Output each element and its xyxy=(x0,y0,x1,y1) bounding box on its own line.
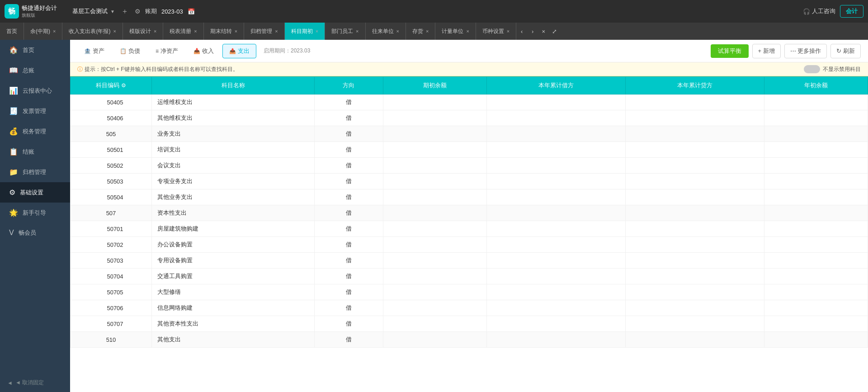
tab-archive_mgmt[interactable]: 归档管理× xyxy=(244,23,284,40)
sub-tab-net_asset[interactable]: ≡净资产 xyxy=(149,44,185,58)
sub-tab-income_tab[interactable]: 📥收入 xyxy=(187,44,221,58)
cell-direction-4: 借 xyxy=(315,158,383,174)
tab-subject_init[interactable]: 科目期初× xyxy=(285,23,325,40)
liability-tab-icon: 📋 xyxy=(120,48,127,54)
cell-opening_balance-4 xyxy=(383,158,486,174)
column-settings-icon[interactable]: ⚙ xyxy=(121,82,126,89)
th-name: 科目名称 xyxy=(152,77,315,94)
tab-close-template[interactable]: × xyxy=(154,28,156,34)
tab-dept_staff[interactable]: 部门员工× xyxy=(325,23,365,40)
table-row[interactable]: 50503专项业务支出借 xyxy=(71,174,868,189)
cell-year_opening-4 xyxy=(764,158,868,174)
table-row[interactable]: 50406其他维权支出借 xyxy=(71,110,868,126)
user-role-button[interactable]: 会计 xyxy=(840,5,863,18)
cell-direction-12: 借 xyxy=(315,284,383,300)
tab-tax[interactable]: 税表清册× xyxy=(163,23,203,40)
tab-close-all-button[interactable]: × xyxy=(538,23,549,40)
table-row[interactable]: 50501培训支出借 xyxy=(71,142,868,158)
table-row[interactable]: 50703专用设备购置借 xyxy=(71,253,868,269)
sidebar-item-archive[interactable]: 📁归档管理 xyxy=(0,162,70,182)
cell-ytd_debit-7 xyxy=(487,205,626,221)
table-row[interactable]: 507资本性支出借 xyxy=(71,205,868,221)
sub-tab-label-asset: 资产 xyxy=(93,47,104,55)
tab-next-button[interactable]: › xyxy=(527,23,538,40)
add-tab-button[interactable]: ＋ xyxy=(121,7,128,16)
cell-year_opening-7 xyxy=(764,205,868,221)
refresh-button[interactable]: ↻ 刷新 xyxy=(830,44,861,58)
table-row[interactable]: 50706信息网络购建借 xyxy=(71,300,868,316)
sidebar-item-home[interactable]: 🏠首页 xyxy=(0,40,70,60)
tab-close-contacts[interactable]: × xyxy=(396,28,399,34)
sidebar-item-tax[interactable]: 💰税务管理 xyxy=(0,121,70,142)
sidebar-item-checkout[interactable]: 📋结账 xyxy=(0,142,70,162)
cell-name-10: 专用设备购置 xyxy=(152,253,315,269)
tab-home[interactable]: 首页 xyxy=(0,23,24,40)
toggle-disabled-subjects[interactable] xyxy=(804,65,820,73)
tab-template[interactable]: 模版设计× xyxy=(123,23,163,40)
sidebar-item-vip[interactable]: V畅会员 xyxy=(0,223,70,243)
ledger-icon: 📖 xyxy=(9,66,18,75)
sidebar-item-ledger[interactable]: 📖总账 xyxy=(0,60,70,80)
table-row[interactable]: 50405运维维权支出借 xyxy=(71,94,868,110)
logo-text: 畅捷通好会计 旗舰版 xyxy=(22,4,57,19)
table-row[interactable]: 50707其他资本性支出借 xyxy=(71,316,868,332)
table-row[interactable]: 50705大型修缮借 xyxy=(71,284,868,300)
sub-tab-liability[interactable]: 📋负债 xyxy=(113,44,147,58)
tab-inventory[interactable]: 存货× xyxy=(406,23,435,40)
more-button[interactable]: ⋯ 更多操作 xyxy=(784,44,827,58)
company-selector[interactable]: 基层工会测试 ▼ xyxy=(72,7,115,15)
tab-close-currency[interactable]: × xyxy=(507,28,509,34)
support-button[interactable]: 🎧 人工咨询 xyxy=(803,7,835,15)
sidebar-item-guide[interactable]: 🌟新手引导 xyxy=(0,203,70,223)
tab-prev-button[interactable]: ‹ xyxy=(516,23,527,40)
tab-close-archive_mgmt[interactable]: × xyxy=(275,28,278,34)
sidebar-item-settings[interactable]: ⚙基础设置 xyxy=(0,182,70,203)
cell-direction-6: 借 xyxy=(315,189,383,205)
table-row[interactable]: 50704交通工具购置借 xyxy=(71,269,868,284)
balance-button[interactable]: 试算平衡 xyxy=(711,44,749,58)
table-row[interactable]: 50702办公设备购置借 xyxy=(71,237,868,253)
sidebar-collapse-button[interactable]: ◄ ◄ 取消固定 xyxy=(0,373,70,392)
cell-direction-7: 借 xyxy=(315,205,383,221)
settings-icon[interactable]: ⚙ xyxy=(135,8,141,15)
cell-ytd_debit-2 xyxy=(487,126,626,142)
cell-code-6: 50504 xyxy=(71,189,152,205)
cell-name-9: 办公设备购置 xyxy=(152,237,315,253)
table-row[interactable]: 510其他支出借 xyxy=(71,332,868,348)
tab-close-subject_init[interactable]: × xyxy=(316,28,318,34)
cell-ytd_debit-14 xyxy=(487,316,626,332)
table-row[interactable]: 50502会议支出借 xyxy=(71,158,868,174)
cell-year_opening-6 xyxy=(764,189,868,205)
tab-income[interactable]: 收入支出表(年报)× xyxy=(62,23,123,40)
table-row[interactable]: 50701房屋建筑物购建借 xyxy=(71,221,868,237)
table-row[interactable]: 505业务支出借 xyxy=(71,126,868,142)
tab-currency[interactable]: 币种设置× xyxy=(476,23,516,40)
th-ytd_debit: 本年累计借方 xyxy=(487,77,626,94)
add-button[interactable]: + 新增 xyxy=(752,44,781,58)
sub-tabs: 🏦资产📋负债≡净资产📥收入📤支出 xyxy=(77,44,256,58)
cell-ytd_credit-14 xyxy=(625,316,764,332)
sidebar-item-reports[interactable]: 📊云报表中心 xyxy=(0,80,70,101)
calendar-icon[interactable]: 📅 xyxy=(188,8,195,15)
cell-ytd_debit-1 xyxy=(487,110,626,126)
sub-tab-expense[interactable]: 📤支出 xyxy=(222,44,256,58)
tab-close-balance_mid[interactable]: × xyxy=(53,28,56,34)
sub-tab-label-net_asset: 净资产 xyxy=(160,47,178,55)
tab-balance_mid[interactable]: 余(中期)× xyxy=(24,23,62,40)
tab-close-period_end[interactable]: × xyxy=(235,28,237,34)
tab-contacts[interactable]: 往来单位× xyxy=(366,23,406,40)
sidebar-item-invoice[interactable]: 🧾发票管理 xyxy=(0,101,70,121)
tab-period_end[interactable]: 期末结转× xyxy=(204,23,244,40)
tab-expand-button[interactable]: ⤢ xyxy=(549,23,560,40)
sub-tab-asset[interactable]: 🏦资产 xyxy=(77,44,111,58)
cell-ytd_credit-10 xyxy=(625,253,764,269)
cell-code-3: 50501 xyxy=(71,142,152,158)
table-row[interactable]: 50504其他业务支出借 xyxy=(71,189,868,205)
tab-close-income[interactable]: × xyxy=(113,28,116,34)
tab-unit[interactable]: 计量单位× xyxy=(435,23,476,40)
cell-name-5: 专项业务支出 xyxy=(152,174,315,189)
tab-close-inventory[interactable]: × xyxy=(426,28,429,34)
tab-close-tax[interactable]: × xyxy=(194,28,197,34)
tab-close-dept_staff[interactable]: × xyxy=(356,28,359,34)
tab-close-unit[interactable]: × xyxy=(466,28,469,34)
